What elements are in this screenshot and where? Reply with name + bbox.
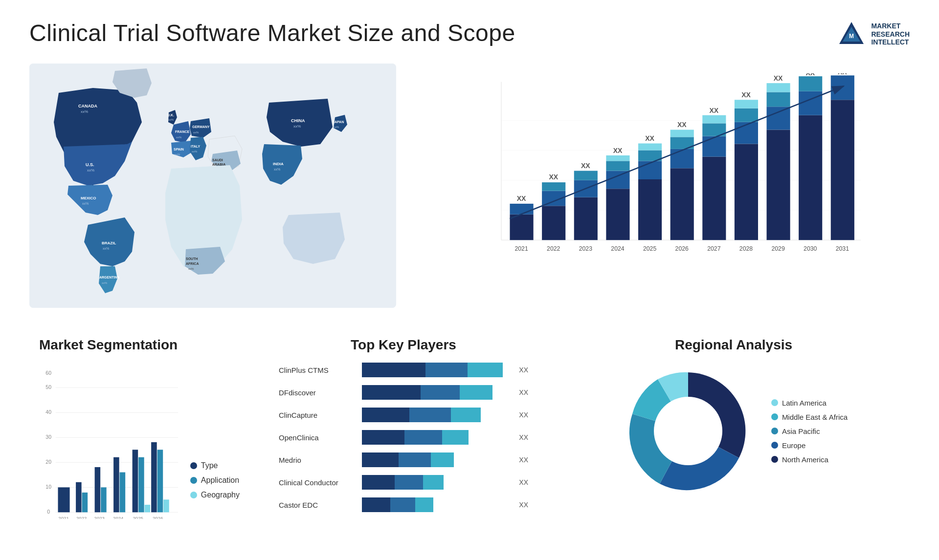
svg-rect-128 xyxy=(157,450,163,512)
svg-text:2021: 2021 xyxy=(58,516,68,519)
svg-text:60: 60 xyxy=(45,370,51,376)
donut-svg xyxy=(620,363,757,499)
svg-text:2024: 2024 xyxy=(611,245,624,252)
player-bar-wrap-0 xyxy=(362,363,510,377)
bottom-section: Market Segmentation 0 10 20 30 40 50 60 xyxy=(29,327,910,560)
svg-text:40: 40 xyxy=(45,409,51,415)
northamerica-dot xyxy=(771,456,778,463)
logo-area: M MARKET RESEARCH INTELLECT xyxy=(837,20,910,49)
reg-legend-latin: Latin America xyxy=(771,399,848,407)
svg-text:2021: 2021 xyxy=(514,245,528,252)
svg-text:2027: 2027 xyxy=(707,245,720,252)
player-row-openclinica: OpenClinica XX xyxy=(279,430,528,445)
player-name-clinplus: ClinPlus CTMS xyxy=(279,366,357,374)
svg-text:XX: XX xyxy=(774,74,783,82)
svg-text:M: M xyxy=(849,33,854,40)
svg-rect-127 xyxy=(151,442,157,512)
regional-legend: Latin America Middle East & Africa Asia … xyxy=(771,399,848,464)
svg-rect-79 xyxy=(767,130,790,240)
svg-rect-89 xyxy=(831,75,854,100)
svg-text:xx%: xx% xyxy=(103,247,109,250)
svg-rect-126 xyxy=(145,505,151,512)
svg-text:BRAZIL: BRAZIL xyxy=(102,241,116,245)
svg-text:xx%: xx% xyxy=(176,136,182,139)
seg-legend: Type Application Geography xyxy=(190,461,240,519)
svg-text:2025: 2025 xyxy=(133,516,143,519)
header: Clinical Trial Software Market Size and … xyxy=(29,20,910,49)
svg-rect-124 xyxy=(133,450,138,512)
logo-icon: M xyxy=(837,20,866,49)
svg-rect-67 xyxy=(671,130,694,137)
regional-content: Latin America Middle East & Africa Asia … xyxy=(567,363,900,499)
svg-text:SAUDI: SAUDI xyxy=(212,158,223,162)
player-row-medrio: Medrio XX xyxy=(279,452,528,467)
svg-text:GERMANY: GERMANY xyxy=(192,125,210,129)
svg-rect-57 xyxy=(606,155,629,161)
svg-text:XX: XX xyxy=(838,73,847,76)
svg-text:xx%: xx% xyxy=(192,150,198,153)
svg-text:xx%: xx% xyxy=(81,109,88,114)
segmentation-title: Market Segmentation xyxy=(39,337,240,353)
svg-text:xx%: xx% xyxy=(87,168,94,172)
svg-text:XX: XX xyxy=(645,134,654,142)
svg-rect-117 xyxy=(58,487,70,512)
svg-rect-65 xyxy=(671,149,694,168)
svg-text:CHINA: CHINA xyxy=(291,118,305,123)
svg-rect-86 xyxy=(799,76,822,91)
svg-rect-46 xyxy=(542,206,565,240)
logo-box: M MARKET RESEARCH INTELLECT xyxy=(837,20,910,49)
player-row-castor: Castor EDC XX xyxy=(279,497,528,512)
svg-text:CANADA: CANADA xyxy=(78,104,97,108)
svg-text:2031: 2031 xyxy=(836,245,849,252)
svg-text:U.K.: U.K. xyxy=(167,113,174,117)
donut-chart xyxy=(620,363,757,499)
players-section: Top Key Players ClinPlus CTMS XX DFdisco… xyxy=(269,327,538,560)
geography-dot xyxy=(190,492,197,498)
player-row-dfdiscover: DFdiscover XX xyxy=(279,385,528,400)
svg-rect-59 xyxy=(638,179,662,240)
svg-text:2022: 2022 xyxy=(547,245,560,252)
svg-text:XX: XX xyxy=(613,147,623,154)
svg-rect-88 xyxy=(831,100,854,240)
svg-rect-43 xyxy=(510,215,534,240)
svg-text:50: 50 xyxy=(45,384,51,390)
reg-legend-northamerica: North America xyxy=(771,455,848,464)
svg-text:10: 10 xyxy=(45,484,51,490)
svg-text:30: 30 xyxy=(45,434,51,440)
player-bar-wrap-1 xyxy=(362,385,510,400)
svg-text:FRANCE: FRANCE xyxy=(175,130,189,133)
svg-text:INDIA: INDIA xyxy=(273,162,284,166)
svg-text:ARGENTINA: ARGENTINA xyxy=(99,276,120,279)
type-dot xyxy=(190,462,197,469)
svg-text:JAPAN: JAPAN xyxy=(333,120,344,124)
player-bar-wrap-3 xyxy=(362,430,510,445)
svg-rect-80 xyxy=(767,107,790,129)
svg-rect-64 xyxy=(671,168,694,240)
svg-rect-81 xyxy=(767,92,790,107)
svg-rect-84 xyxy=(799,115,822,240)
svg-text:xx%: xx% xyxy=(193,131,199,134)
svg-text:XX: XX xyxy=(677,121,687,129)
svg-rect-56 xyxy=(606,161,629,171)
svg-text:2023: 2023 xyxy=(579,245,592,252)
svg-text:2026: 2026 xyxy=(153,516,163,519)
svg-text:2024: 2024 xyxy=(113,516,124,519)
seg-chart-svg: 0 10 20 30 40 50 60 xyxy=(39,363,180,519)
svg-rect-70 xyxy=(702,136,726,157)
svg-text:2026: 2026 xyxy=(675,245,689,252)
svg-rect-121 xyxy=(101,487,107,512)
bar-chart-svg: XX XX XX XX xyxy=(445,73,900,279)
svg-text:XX: XX xyxy=(581,162,590,170)
europe-dot xyxy=(771,442,778,449)
svg-text:xx%: xx% xyxy=(82,202,89,205)
player-row-conductor: Clinical Conductor XX xyxy=(279,475,528,490)
segmentation-section: Market Segmentation 0 10 20 30 40 50 60 xyxy=(29,327,249,560)
player-name-openclinica: OpenClinica xyxy=(279,433,357,442)
svg-rect-69 xyxy=(702,157,726,240)
legend-application: Application xyxy=(190,476,240,485)
svg-rect-54 xyxy=(606,189,629,240)
logo-text: MARKET RESEARCH INTELLECT xyxy=(871,22,910,46)
svg-text:XX: XX xyxy=(549,173,558,181)
player-name-dfdiscover: DFdiscover xyxy=(279,388,357,397)
svg-rect-118 xyxy=(76,482,82,513)
